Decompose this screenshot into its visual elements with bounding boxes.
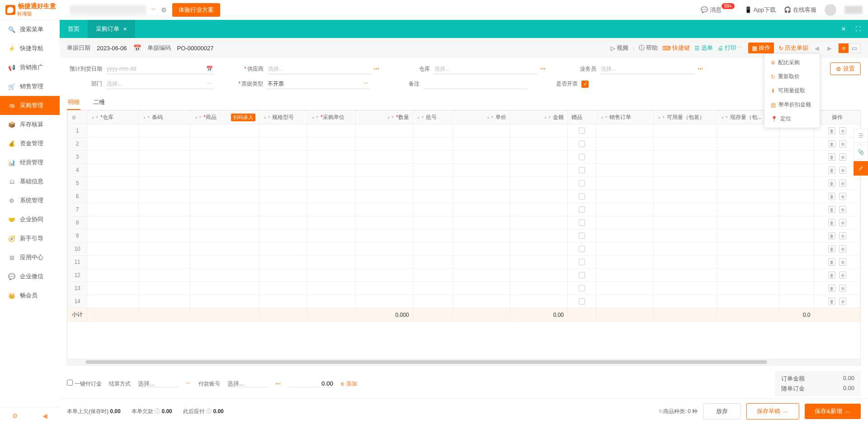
col-header[interactable]: 操作: [814, 111, 860, 124]
refresh-icon[interactable]: ↻: [659, 408, 663, 414]
company-dropdown-icon[interactable]: ﹀: [151, 6, 156, 14]
gift-checkbox[interactable]: [579, 180, 585, 186]
horizontal-scrollbar[interactable]: [67, 359, 861, 366]
delete-row-icon[interactable]: 🗑: [828, 258, 835, 266]
next-doc-icon[interactable]: ▶: [826, 45, 834, 52]
col-header[interactable]: ▲▼单价: [453, 111, 510, 124]
avatar[interactable]: [825, 4, 836, 16]
supplier-lookup-icon[interactable]: ⋯: [374, 66, 379, 72]
copy-row-icon[interactable]: ⊕: [839, 127, 846, 134]
sidebar-settings-icon[interactable]: ⚙: [0, 408, 30, 424]
gift-checkbox[interactable]: [579, 141, 585, 147]
col-header[interactable]: ▲▼条码: [139, 111, 190, 124]
history-link[interactable]: ↻历史单据: [778, 44, 808, 52]
supplier-input[interactable]: [267, 64, 371, 74]
sort-icon[interactable]: ▲▼: [387, 116, 395, 119]
settings-gear-icon[interactable]: ⚙: [161, 6, 167, 14]
delete-row-icon[interactable]: 🗑: [828, 285, 835, 292]
sidebar-item-12[interactable]: ⊞应用中心: [0, 248, 60, 267]
select-order-link[interactable]: ☰选单: [694, 44, 713, 52]
info-icon[interactable]: ⓘ: [155, 408, 160, 414]
chevron-down-icon[interactable]: ﹀: [363, 80, 369, 88]
sidebar-item-11[interactable]: 🧭新手引导: [0, 229, 60, 248]
col-header[interactable]: ▲▼金额: [510, 111, 568, 124]
sidebar-item-1[interactable]: ⚡快捷导航: [0, 39, 60, 58]
add-payment-link[interactable]: ⊕ 添加: [340, 380, 357, 388]
subtab-2d[interactable]: 二维: [92, 95, 106, 110]
save-new-button[interactable]: 保存&新增︿: [805, 404, 861, 419]
sidebar-item-9[interactable]: ⚙系统管理: [0, 191, 60, 210]
delete-row-icon[interactable]: 🗑: [828, 206, 835, 213]
sidebar-item-4[interactable]: 🛍采购管理: [0, 96, 60, 115]
rail-note-icon[interactable]: ☰: [854, 129, 868, 143]
copy-row-icon[interactable]: ⊕: [839, 167, 846, 174]
account-lookup-icon[interactable]: ⋯: [275, 381, 281, 387]
copy-row-icon[interactable]: ⊕: [839, 140, 846, 148]
expect-date-input[interactable]: [106, 64, 214, 74]
view-card-icon[interactable]: ▭: [849, 43, 860, 53]
view-list-icon[interactable]: ≡: [839, 43, 849, 53]
rail-attach-icon[interactable]: 📎: [854, 145, 868, 159]
sidebar-item-5[interactable]: 📦库存核算: [0, 115, 60, 134]
copy-row-icon[interactable]: ⊕: [839, 206, 846, 213]
sidebar-item-7[interactable]: 📊经营管理: [0, 153, 60, 172]
col-header[interactable]: ▲▼批号: [413, 111, 453, 124]
sort-icon[interactable]: ▲▼: [91, 116, 99, 119]
table-row[interactable]: 9🗑⊕: [68, 229, 860, 243]
tab-purchase-order[interactable]: 采购订单 ✕: [88, 20, 135, 38]
col-header[interactable]: 赠品: [568, 111, 596, 124]
copy-row-icon[interactable]: ⊕: [839, 298, 846, 305]
subtab-detail[interactable]: 明细: [67, 95, 80, 110]
table-row[interactable]: 3🗑⊕: [68, 151, 860, 164]
close-icon[interactable]: ✕: [123, 26, 127, 32]
table-row[interactable]: 12🗑⊕: [68, 269, 860, 282]
gift-checkbox[interactable]: [579, 298, 585, 305]
gift-checkbox[interactable]: [579, 193, 585, 200]
copy-row-icon[interactable]: ⊕: [839, 258, 846, 266]
gift-checkbox[interactable]: [579, 272, 585, 278]
print-link[interactable]: 🖨打印﹀: [717, 44, 744, 52]
sort-icon[interactable]: ▲▼: [600, 116, 608, 119]
messages-link[interactable]: 💬 消息 99+: [701, 6, 736, 14]
tab-close-all-icon[interactable]: ✕: [837, 23, 850, 35]
dropdown-available-fetch[interactable]: ⬇可用量提取: [764, 84, 820, 98]
trial-button[interactable]: 体验行业方案: [172, 3, 220, 17]
table-row[interactable]: 1🗑⊕: [68, 124, 860, 138]
sidebar-item-10[interactable]: 🤝企业协同: [0, 210, 60, 229]
gift-checkbox[interactable]: [579, 219, 585, 226]
gift-checkbox[interactable]: [579, 259, 585, 265]
delete-row-icon[interactable]: 🗑: [828, 167, 835, 174]
table-row[interactable]: 4🗑⊕: [68, 164, 860, 177]
invoice-type-input[interactable]: [267, 79, 371, 89]
abandon-button[interactable]: 放弃: [703, 403, 741, 419]
gift-checkbox[interactable]: [579, 233, 585, 239]
pay-account-input[interactable]: [227, 380, 268, 387]
delete-row-icon[interactable]: 🗑: [828, 298, 835, 305]
sidebar-item-13[interactable]: 💬企业微信: [0, 267, 60, 286]
sort-icon[interactable]: ▲▼: [311, 116, 319, 119]
table-row[interactable]: 13🗑⊕: [68, 282, 860, 295]
delete-row-icon[interactable]: 🗑: [828, 153, 835, 161]
copy-row-icon[interactable]: ⊕: [839, 272, 846, 279]
sidebar-item-3[interactable]: 🛒销售管理: [0, 77, 60, 96]
pay-amount-input[interactable]: [288, 380, 333, 387]
col-header[interactable]: ▲▼*采购单位: [307, 111, 356, 124]
operate-button[interactable]: ▦操作: [748, 43, 774, 53]
sidebar-collapse-icon[interactable]: ◀: [30, 408, 60, 424]
warehouse-lookup-icon[interactable]: ⋯: [540, 66, 546, 72]
copy-row-icon[interactable]: ⊕: [839, 285, 846, 292]
dropdown-whole-discount[interactable]: ▤整单折扣金额: [764, 98, 820, 112]
sidebar-item-6[interactable]: 💰资金管理: [0, 134, 60, 153]
col-header[interactable]: ▲▼规格型号: [259, 111, 307, 124]
dropdown-ratio-purchase[interactable]: ✲配比采购: [764, 56, 820, 70]
is-invoice-checkbox[interactable]: ✓: [581, 81, 589, 88]
rail-expand-icon[interactable]: ⤢: [854, 161, 868, 176]
clerk-input[interactable]: [600, 64, 695, 74]
save-draft-button[interactable]: 保存草稿︿: [746, 403, 799, 419]
remark-input[interactable]: [423, 79, 527, 89]
sort-icon[interactable]: ▲▼: [657, 116, 665, 119]
info-icon[interactable]: ⓘ: [206, 408, 212, 414]
col-header[interactable]: ▲▼可用量（包装）: [654, 111, 717, 124]
settle-method-input[interactable]: [138, 380, 179, 387]
table-row[interactable]: 5🗑⊕: [68, 177, 860, 190]
